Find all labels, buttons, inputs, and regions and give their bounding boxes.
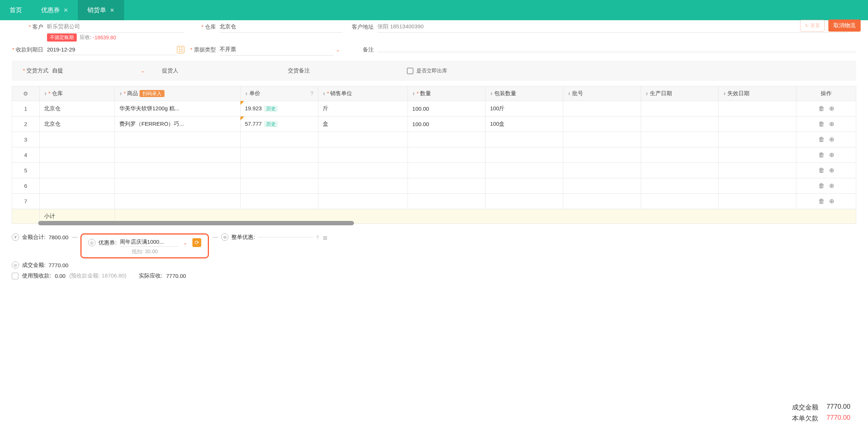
delivery-remark-label: 交货备注 bbox=[283, 67, 314, 74]
close-icon[interactable]: ✕ bbox=[110, 7, 115, 14]
prepay-label: 使用预收款: bbox=[22, 272, 51, 279]
receivable-label: 应收: bbox=[80, 34, 91, 41]
deal-label: 成交金额: bbox=[22, 262, 46, 269]
add-icon[interactable]: ⊕ bbox=[829, 167, 834, 174]
sort-icon[interactable]: ▲▼ bbox=[44, 92, 47, 96]
table-row[interactable]: 5🗑⊕ bbox=[12, 163, 856, 178]
table-row[interactable]: 6🗑⊕ bbox=[12, 178, 856, 194]
close-icon[interactable]: ✕ bbox=[64, 7, 68, 14]
period-tag: 不固定账期 bbox=[47, 33, 77, 42]
coupon-label: 优惠券: bbox=[98, 239, 116, 246]
picker-input[interactable] bbox=[182, 69, 270, 73]
billtype-label: 票据类型 bbox=[184, 46, 220, 53]
reset-button[interactable]: ↻ 重置 bbox=[800, 19, 825, 32]
table-row[interactable]: 2北京仓费列罗（FERRERO）巧...57.777历史盒100.00100盒🗑… bbox=[12, 117, 856, 132]
help-icon[interactable]: ? bbox=[316, 234, 319, 240]
deal-icon: ◎ bbox=[12, 261, 19, 269]
warehouse-value[interactable]: 北京仓 bbox=[220, 21, 342, 33]
remark-label: 备注 bbox=[342, 46, 377, 53]
address-value[interactable]: 张阳 18513400390 bbox=[377, 21, 848, 33]
horizontal-scrollbar[interactable] bbox=[12, 224, 856, 229]
sort-icon[interactable]: ▲▼ bbox=[245, 92, 248, 96]
discount-icon: ⊖ bbox=[221, 233, 228, 241]
picker-label: 提货人 bbox=[160, 67, 182, 74]
sort-icon[interactable]: ▲▼ bbox=[119, 92, 122, 96]
order-discount-input[interactable] bbox=[258, 237, 313, 237]
amount-value: 7800.00 bbox=[48, 234, 68, 240]
scan-button[interactable]: 扫码录入 bbox=[140, 90, 164, 97]
delivery-remark-input[interactable] bbox=[314, 69, 394, 73]
sort-icon[interactable]: ▲▼ bbox=[723, 92, 726, 96]
table-row[interactable]: 4🗑⊕ bbox=[12, 147, 856, 163]
delete-icon[interactable]: 🗑 bbox=[818, 105, 825, 112]
customer-value[interactable]: 昕乐贸易公司 bbox=[47, 21, 184, 33]
warehouse-label: 仓库 bbox=[184, 24, 220, 31]
deal-value: 7770.00 bbox=[48, 262, 68, 268]
deduct-value: 30.00 bbox=[145, 248, 158, 254]
delivery-method-value[interactable]: 自提 bbox=[52, 65, 138, 76]
instant-checkbox[interactable] bbox=[407, 68, 413, 74]
order-discount-label: 整单优惠: bbox=[231, 234, 255, 241]
paydate-value[interactable]: 2019-12-29 bbox=[47, 44, 177, 55]
delete-icon[interactable]: 🗑 bbox=[818, 167, 825, 174]
delete-icon[interactable]: 🗑 bbox=[818, 198, 825, 205]
currency-icon: ¥ bbox=[12, 233, 19, 241]
billtype-value[interactable]: 不开票 bbox=[220, 44, 334, 56]
delete-icon[interactable]: 🗑 bbox=[818, 182, 825, 189]
tab-coupon[interactable]: 优惠券✕ bbox=[32, 0, 78, 20]
items-table: ⚙ ▲▼仓库 ▲▼商品 扫码录入 ▲▼单价? ▲▼销售单位 ▲▼数量 ▲▼包装数… bbox=[12, 86, 856, 224]
chevron-down-icon[interactable]: ⌄ bbox=[181, 240, 189, 246]
instant-label: 是否立即出库 bbox=[416, 68, 447, 74]
add-icon[interactable]: ⊕ bbox=[829, 182, 834, 189]
tab-sales[interactable]: 销货单✕ bbox=[78, 0, 124, 20]
tab-bar: 首页 优惠券✕ 销货单✕ bbox=[0, 0, 868, 20]
sort-icon[interactable]: ▲▼ bbox=[568, 92, 571, 96]
add-icon[interactable]: ⊕ bbox=[829, 105, 834, 112]
delivery-method-label: 交货方式 bbox=[22, 67, 52, 74]
prepay-checkbox[interactable] bbox=[12, 273, 18, 279]
delivery-bar: 交货方式 自提 ⌄ 提货人 交货备注 是否立即出库 bbox=[12, 61, 856, 81]
refresh-icon[interactable]: ⟳ bbox=[192, 238, 201, 247]
customer-label: 客户 bbox=[12, 24, 47, 31]
add-icon[interactable]: ⊕ bbox=[829, 136, 834, 143]
sort-icon[interactable]: ▲▼ bbox=[645, 92, 648, 96]
prepay-value: 0.00 bbox=[55, 273, 65, 279]
coupon-select[interactable]: 周年店庆满1000... bbox=[120, 239, 178, 247]
actual-value: 7770.00 bbox=[166, 273, 186, 279]
coupon-highlight: ◎ 优惠券: 周年店庆满1000... ⌄ ⟳ 抵扣: 30.00 bbox=[80, 233, 209, 258]
sort-icon[interactable]: ▲▼ bbox=[490, 92, 493, 96]
address-label: 客户地址 bbox=[342, 24, 377, 31]
chevron-down-icon[interactable]: ⌄ bbox=[334, 47, 342, 53]
add-icon[interactable]: ⊕ bbox=[829, 151, 834, 158]
table-row[interactable]: 7🗑⊕ bbox=[12, 194, 856, 209]
ticket-icon: ◎ bbox=[88, 239, 95, 246]
add-icon[interactable]: ⊕ bbox=[829, 121, 834, 128]
cancel-logistics-button[interactable]: 取消物流 bbox=[828, 19, 861, 32]
receivable-value: -18639.80 bbox=[93, 35, 116, 40]
paydate-label: 收款到期日 bbox=[12, 46, 47, 53]
gear-icon[interactable]: ⚙ bbox=[23, 90, 28, 97]
table-row[interactable]: 1北京仓华美华夫软饼1200g 糕...19.923历史斤100.00100斤🗑… bbox=[12, 101, 856, 117]
add-icon[interactable]: ⊕ bbox=[829, 198, 834, 205]
delete-icon[interactable]: 🗑 bbox=[818, 121, 825, 128]
tab-home[interactable]: 首页 bbox=[0, 0, 32, 20]
table-row[interactable]: 3🗑⊕ bbox=[12, 132, 856, 147]
sort-icon[interactable]: ▲▼ bbox=[323, 92, 326, 96]
amount-label: 金额合计: bbox=[22, 234, 46, 241]
delete-icon[interactable]: 🗑 bbox=[818, 151, 825, 158]
remark-input[interactable] bbox=[377, 47, 856, 52]
chevron-down-icon[interactable]: ⌄ bbox=[138, 68, 147, 74]
actual-label: 实际应收: bbox=[139, 272, 162, 279]
help-icon[interactable]: ? bbox=[310, 90, 313, 96]
delete-icon[interactable]: 🗑 bbox=[818, 136, 825, 143]
calendar-icon[interactable]: ☷ bbox=[177, 46, 184, 53]
sort-icon[interactable]: ▲▼ bbox=[412, 92, 415, 96]
